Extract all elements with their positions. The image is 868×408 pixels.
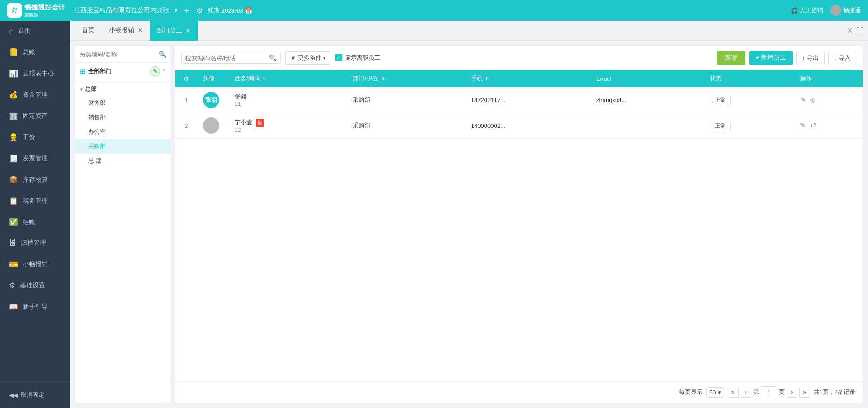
col-dept[interactable]: 部门/职位 ⇅ [347,70,465,87]
refresh-button-2[interactable]: ↺ [811,122,816,130]
per-page-label: 每页显示 [679,388,703,396]
sidebar-item-ledger[interactable]: 📒 总账 [0,42,70,63]
tab-department-close[interactable]: ✕ [186,28,190,34]
sidebar-item-invoice[interactable]: 🧾 发票管理 [0,148,70,169]
sidebar-item-archive[interactable]: 🗄 归档管理 [0,233,70,253]
add-company-button[interactable]: ＋ [183,5,191,16]
sidebar-item-inventory[interactable]: 📦 库存核算 [0,169,70,190]
tab-home-label: 首页 [82,26,94,34]
settings-icon[interactable]: ⚙ [196,6,203,15]
row-name-2: 宁小壹 应 12 [229,113,347,139]
export-button[interactable]: ↑ 导出 [796,51,825,65]
more-conditions-button[interactable]: ▼ 更多条件 ▾ [285,51,330,65]
first-page-button[interactable]: « [728,387,739,398]
collapse-button[interactable]: « [163,66,166,76]
expense-icon: 💳 [9,260,18,268]
tab-expense[interactable]: 小畅报销 ✕ [102,21,150,41]
filter-icon: ▼ [290,55,296,61]
edit-button-2[interactable]: ✎ [800,122,806,130]
row-num-2: 2 [175,113,198,139]
add-dept-button[interactable]: ✎ [150,66,160,76]
left-panel: 🔍 ⊞ 全部部门 ✎ « ▾ 总部 [75,46,170,403]
sidebar-item-reports[interactable]: 📊 云报表中心 [0,63,70,84]
dept-tree: ▾ 总部 财务部 销售部 办公室 采购部 [75,80,170,403]
app-edition: 旗舰版 [24,12,65,18]
row-email-2 [591,113,704,139]
main-layout: ⌂ 首页 📒 总账 📊 云报表中心 💰 资金管理 🏢 固定资产 👷 工资 🧾 发… [0,21,868,408]
sidebar-item-assets[interactable]: 🏢 固定资产 [0,105,70,127]
col-name-code[interactable]: 姓名/编码 ⇅ [229,70,347,87]
all-departments-header[interactable]: ⊞ 全部部门 ✎ « [75,63,170,80]
row-actions-1: ✎ ⎋ [795,87,863,113]
sidebar: ⌂ 首页 📒 总账 📊 云报表中心 💰 资金管理 🏢 固定资产 👷 工资 🧾 发… [0,21,70,408]
dept-search-input[interactable] [80,51,156,58]
page-number-input[interactable] [761,386,777,398]
col-settings[interactable]: ⚙ [175,70,198,87]
pagination: 每页显示 50 ▾ « ‹ 第 页 › » 共1页，2条记录 [175,381,863,403]
import-button[interactable]: ↓ 导入 [828,51,857,65]
dept-search-icon[interactable]: 🔍 [159,51,166,58]
invite-button[interactable]: 邀请 [717,51,745,65]
dept-root-label: 总部 [85,85,97,93]
show-resigned-checkbox[interactable]: ✓ [335,54,342,61]
status-badge-2: 正常 [710,121,731,131]
expand-window-icon[interactable]: ⛶ [856,27,863,35]
close-window-icon[interactable]: ✕ [847,26,853,35]
ledger-icon: 📒 [9,48,18,56]
app-name: 畅捷通好会计 [24,3,65,12]
dept-root-header[interactable]: ▾ 总部 [75,82,170,96]
logout-button-1[interactable]: ⎋ [811,96,815,104]
calendar-icon[interactable]: 📅 [245,7,252,14]
row-status-2: 正常 [704,113,795,139]
sidebar-item-guide[interactable]: 📖 新手引导 [0,296,70,317]
dept-item-office[interactable]: 办公室 [75,125,170,139]
last-page-button[interactable]: » [799,387,810,398]
show-resigned-toggle: ✓ 显示离职员工 [335,54,380,62]
per-page-select[interactable]: 50 ▾ [706,387,724,398]
sidebar-item-settle[interactable]: ✅ 结账 [0,211,70,233]
next-page-button[interactable]: › [787,387,797,398]
prev-page-button[interactable]: ‹ [741,387,751,398]
sidebar-item-settings[interactable]: ⚙ 基础设置 [0,275,70,296]
payroll-icon: 👷 [9,133,18,141]
tab-department-label: 部门员工 [157,27,182,35]
tab-home[interactable]: 首页 [75,21,102,41]
dept-item-purchase[interactable]: 采购部 [75,139,170,154]
employee-search-icon[interactable]: 🔍 [269,54,277,61]
row-name-1: 张熙 11 [229,87,347,113]
inventory-icon: 📦 [9,175,18,184]
table-row: 1 张熙 张熙 11 [175,87,863,113]
add-employee-button[interactable]: + 新增员工 [749,51,793,65]
grid-icon: ⊞ [80,68,85,75]
company-dropdown-icon[interactable]: ▾ [175,7,177,14]
service-button[interactable]: 🎧 人工咨询 [791,6,823,14]
tab-expense-close[interactable]: ✕ [138,27,142,33]
import-icon: ↓ [834,55,837,61]
home-icon: ⌂ [9,27,14,35]
archive-icon: 🗄 [9,239,16,247]
sidebar-item-home[interactable]: ⌂ 首页 [0,21,70,42]
guide-icon: 📖 [9,302,18,311]
user-info[interactable]: 畅捷通 [830,5,861,16]
row-avatar-2 [198,113,229,139]
toolbar-right: 邀请 + 新增员工 ↑ 导出 ↓ 导入 [717,51,856,65]
dept-search-box: 🔍 [75,46,170,63]
tab-bar: 首页 小畅报销 ✕ 部门员工 ✕ ✕ ⛶ [70,21,868,41]
employee-toolbar: 🔍 ▼ 更多条件 ▾ ✓ 显示离职员工 邀请 + 新增员工 [175,46,863,70]
dept-item-general[interactable]: 总 部 [75,154,170,168]
dept-item-sales[interactable]: 销售部 [75,110,170,125]
edit-button-1[interactable]: ✎ [800,96,806,104]
col-mobile[interactable]: 手机 ⇅ [466,70,591,87]
dept-item-finance[interactable]: 财务部 [75,96,170,110]
all-departments-label: 全部部门 [88,67,112,75]
sidebar-item-funds[interactable]: 💰 资金管理 [0,84,70,105]
sidebar-item-label: 发票管理 [23,155,48,163]
assets-icon: 🏢 [9,112,18,120]
cancel-fixed-button[interactable]: ◀◀ 取消固定 [0,386,70,403]
sidebar-item-tax[interactable]: 📋 税务管理 [0,190,70,211]
tab-department[interactable]: 部门员工 ✕ [150,21,198,41]
sidebar-item-label: 首页 [18,27,31,35]
employee-search-input[interactable] [185,55,266,61]
sidebar-item-payroll[interactable]: 👷 工资 [0,127,70,148]
sidebar-item-expense[interactable]: 💳 小畅报销 [0,253,70,275]
